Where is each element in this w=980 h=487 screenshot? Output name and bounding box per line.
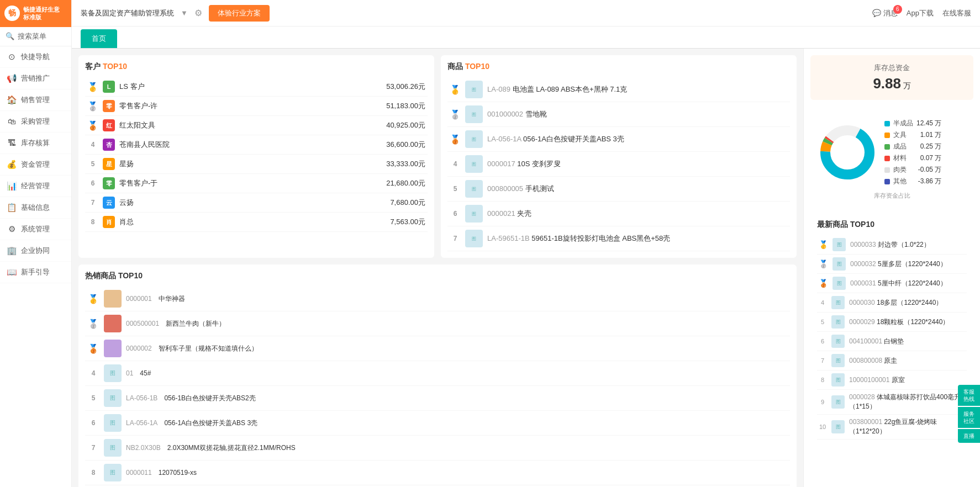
latest-thumb: 图 <box>831 420 845 433</box>
latest-product-name: 0000032 5厘多层（1220*2440） <box>850 260 966 269</box>
tab-home[interactable]: 首页 <box>81 29 117 48</box>
latest-product-name: 0000029 18颗粒板（1220*2440） <box>849 317 966 327</box>
product-ranking-title: 商品 TOP10 <box>447 62 790 72</box>
rank-number: 7 <box>450 235 461 242</box>
nav-icon-marketing: 📢 <box>7 73 17 83</box>
legend-label: 其他 <box>893 177 915 186</box>
legend-label: 材料 <box>893 153 917 163</box>
nav-icon-sys-mgmt: ⚙ <box>7 224 17 234</box>
product-code: 0000002 <box>126 345 152 352</box>
product-thumb-placeholder: 图 <box>104 414 122 432</box>
message-badge[interactable]: 💬 消息 6 <box>872 8 898 18</box>
product-name: 新西兰牛肉（新牛） <box>166 319 788 329</box>
trial-button[interactable]: 体验行业方案 <box>209 5 270 22</box>
sidebar-item-quick-nav[interactable]: ⊙ 快捷导航 <box>0 46 71 68</box>
sidebar-item-inventory[interactable]: 🏗 库存核算 <box>0 133 71 154</box>
dropdown-icon[interactable]: ▼ <box>181 9 188 17</box>
table-row: 8 肖 肖总 7,563.00元 <box>85 213 428 232</box>
medal-icon: 🥈 <box>87 101 98 112</box>
product-thumb-placeholder: 图 <box>465 155 483 173</box>
inventory-chart-card: 半成品 12.45 万 文具 1.01 万 成品 0.25 万 材料 0.07 … <box>810 107 973 207</box>
rank-number: 7 <box>87 444 99 452</box>
sidebar-item-purchase[interactable]: 🛍 采购管理 <box>0 111 71 133</box>
product-code: LA-056-1A <box>126 419 157 427</box>
svg-point-5 <box>831 136 864 169</box>
latest-products-card: 最新商品 TOP10 🥇 图 0000033 封边带（1.0*22）🥈 图 00… <box>810 213 973 446</box>
product-code-name: LA-056-1A 056-1A白色按键开关盖ABS 3壳 <box>487 134 788 144</box>
rank-amount: 7,680.00元 <box>390 198 425 208</box>
medal-icon: 🥉 <box>818 279 828 288</box>
nav-icon-operations: 📊 <box>7 181 17 191</box>
list-item: 🥈 000500001 新西兰牛肉（新牛） <box>85 311 790 336</box>
product-thumb <box>104 315 122 332</box>
medal-icon: 🥉 <box>450 134 461 145</box>
search-menu[interactable]: 🔍 搜索菜单 <box>0 27 71 46</box>
sidebar-item-operations[interactable]: 📊 经营管理 <box>0 176 71 197</box>
legend-item: 肉类 -0.05 万 <box>884 165 941 174</box>
legend-item: 成品 0.25 万 <box>884 142 941 151</box>
sidebar: 畅 畅捷通好生意 标准版 🔍 搜索菜单 ⊙ 快捷导航📢 营销推广🏠 销售管理🛍 … <box>0 0 72 487</box>
service-community-btn[interactable]: 服务 社区 <box>958 407 980 428</box>
product-name: 056-1B白色按键开关壳ABS2壳 <box>164 394 788 403</box>
product-ranking-card: 商品 TOP10 🥇 图 LA-089 电池盖 LA-089 ABS本色+黑种 … <box>441 55 797 258</box>
rank-badge: 零 <box>103 177 115 189</box>
product-code: 0000011 <box>126 469 152 477</box>
app-download[interactable]: App下载 <box>907 8 934 18</box>
header-right: 💬 消息 6 App下载 在线客服 <box>872 8 971 18</box>
product-thumb-placeholder: 图 <box>465 180 483 198</box>
legend-value: 1.01 万 <box>920 130 942 140</box>
sidebar-item-sales[interactable]: 🏠 销售管理 <box>0 89 71 111</box>
rank-number: 5 <box>818 319 827 325</box>
table-row: 5 图 000800005 手机测试 <box>447 177 790 202</box>
top-header: 装备及固定资产辅助管理系统 ▼ ⚙ 体验行业方案 💬 消息 6 App下载 在线… <box>72 0 980 27</box>
donut-chart-svg <box>817 122 878 183</box>
settings-icon[interactable]: ⚙ <box>194 8 202 18</box>
inventory-amount-display: 9.88 万 <box>818 75 966 92</box>
product-thumb-placeholder: 图 <box>465 130 483 148</box>
online-service[interactable]: 在线客服 <box>942 8 971 18</box>
logo-icon: 畅 <box>4 6 20 21</box>
sidebar-item-sys-mgmt[interactable]: ⚙ 系统管理 <box>0 219 71 240</box>
nav-label-inventory: 库存核算 <box>21 138 50 148</box>
list-item: 🥉 0000002 智利车子里（规格不知道填什么） <box>85 336 790 361</box>
nav-label-enterprise: 企业协同 <box>21 246 50 256</box>
table-row: 7 图 LA-59651-1B 59651-1B旋转投影灯电池盒 ABS黑色+5… <box>447 226 790 251</box>
latest-products-list: 🥇 图 0000033 封边带（1.0*22）🥈 图 0000032 5厘多层（… <box>817 235 967 440</box>
rank-number: 5 <box>450 185 461 193</box>
rank-name: 苍南县人民医院 <box>119 140 382 150</box>
donut-chart-area: 半成品 12.45 万 文具 1.01 万 成品 0.25 万 材料 0.07 … <box>817 113 967 192</box>
direct-btn[interactable]: 直播 <box>958 429 980 443</box>
list-item: 7图 NB2.0X30B 2.0X30MM双搓花轴,搓花直径2.1MM/ROHS <box>85 436 790 460</box>
product-name: 中华神器 <box>159 294 788 304</box>
product-thumb-placeholder: 图 <box>104 364 122 382</box>
product-thumb-placeholder: 图 <box>465 205 483 223</box>
list-item: 7 图 000800008 原圭 <box>817 351 967 370</box>
table-row: 7 云 云扬 7,680.00元 <box>85 193 428 213</box>
nav-icon-quick-nav: ⊙ <box>7 52 17 62</box>
medal-icon: 🥈 <box>818 260 828 268</box>
product-code: 000500001 <box>126 320 159 327</box>
list-item: 5 图 0000029 18颗粒板（1220*2440） <box>817 313 967 332</box>
sidebar-item-marketing[interactable]: 📢 营销推广 <box>0 68 71 89</box>
sidebar-item-beginner[interactable]: 📖 新手引导 <box>0 262 71 283</box>
legend-value: -0.05 万 <box>918 165 942 174</box>
sidebar-item-enterprise[interactable]: 🏢 企业协同 <box>0 240 71 262</box>
product-code-name: LA-089 电池盖 LA-089 ABS本色+黑种 7.1克 <box>487 84 788 94</box>
nav-label-beginner: 新手引导 <box>21 267 50 277</box>
customer-ranking-card: 客户 TOP10 🥇 L LS 客户 53,006.26元🥈 零 零售客户-许 … <box>78 55 434 258</box>
rank-number: 6 <box>87 419 99 427</box>
latest-product-name: 0000031 5厘中纤（1220*2440） <box>850 279 966 288</box>
legend-value: 0.07 万 <box>920 153 942 163</box>
rank-amount: 40,925.00元 <box>386 120 425 130</box>
table-row: 🥇 L LS 客户 53,006.26元 <box>85 77 428 97</box>
sidebar-item-base-info[interactable]: 📋 基础信息 <box>0 197 71 219</box>
latest-product-name: 10000100001 原室 <box>849 375 966 385</box>
medal-icon: 🥈 <box>450 109 461 120</box>
cs-hotline-btn[interactable]: 客服 热线 <box>958 385 980 406</box>
chart-footnote: 库存资金占比 <box>817 192 967 200</box>
sidebar-item-finance[interactable]: 💰 资金管理 <box>0 154 71 176</box>
rank-amount: 33,333.00元 <box>386 159 425 169</box>
medal-icon: 🥉 <box>87 120 98 131</box>
list-item: 9 图 0000028 体城嘉核味苏打饮品400毫升（1*15） <box>817 390 967 415</box>
list-item: 4图 01 45# <box>85 361 790 386</box>
